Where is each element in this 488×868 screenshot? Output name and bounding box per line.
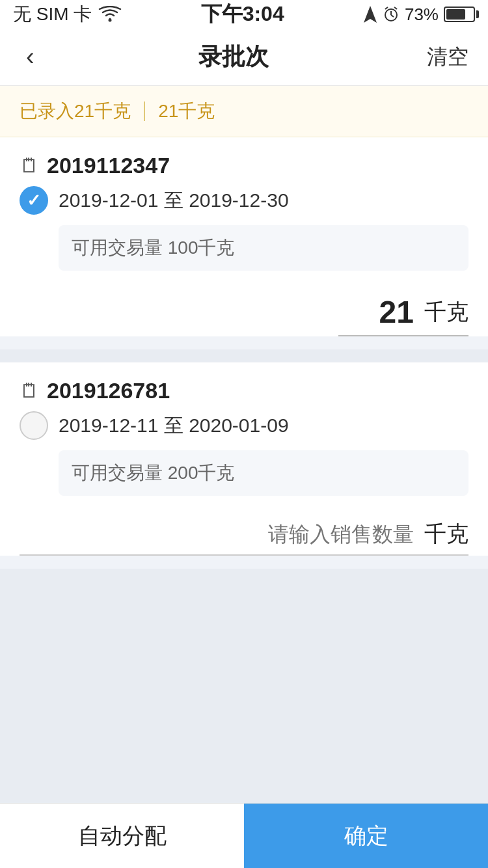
svg-line-5 — [394, 7, 397, 9]
batch-date-row-2: 2019-12-11 至 2020-01-09 — [20, 411, 468, 440]
page-title: 录批次 — [198, 41, 269, 73]
qty-unit-2: 千克 — [424, 519, 468, 549]
recorded-label: 已录入21千克 — [20, 99, 131, 124]
alarm-icon — [383, 6, 400, 23]
status-right: 73% — [363, 5, 475, 25]
wifi-icon — [98, 6, 122, 23]
location-icon — [363, 5, 377, 23]
batch-icon-2: 🗒 — [20, 380, 39, 402]
quantity-input-2[interactable] — [154, 522, 414, 547]
batch-item-1: 🗒 2019112347 2019-12-01 至 2019-12-30 可用交… — [0, 137, 488, 284]
status-time: 下午3:04 — [201, 0, 284, 29]
bottom-bar: 自动分配 确定 — [0, 803, 488, 868]
avail-box-2: 可用交易量 200千克 — [59, 450, 468, 496]
confirm-button[interactable]: 确定 — [244, 804, 488, 868]
amount-row-1: 21 千克 — [0, 284, 488, 330]
svg-line-4 — [385, 7, 388, 9]
battery-label: 73% — [405, 5, 439, 25]
batch-id-2: 2019126781 — [47, 378, 170, 403]
amount-unit-1: 千克 — [424, 297, 468, 327]
back-button[interactable]: ‹ — [20, 36, 41, 77]
batch-id-1: 2019112347 — [47, 153, 170, 178]
avail-box-1: 可用交易量 100千克 — [59, 225, 468, 271]
total-label: 21千克 — [158, 99, 215, 124]
section-divider — [0, 349, 488, 362]
carrier-label: 无 SIM 卡 — [13, 2, 92, 27]
batch-header-1: 🗒 2019112347 — [20, 153, 468, 178]
batch-radio-2[interactable] — [20, 411, 48, 440]
battery-icon — [444, 7, 475, 22]
input-row-2: 千克 — [0, 509, 488, 549]
info-divider — [144, 102, 145, 121]
svg-point-0 — [109, 19, 112, 22]
batch-icon-1: 🗒 — [20, 155, 39, 177]
gray-area — [0, 569, 488, 829]
status-bar: 无 SIM 卡 下午3:04 73% — [0, 0, 488, 29]
batch-card-1: 🗒 2019112347 2019-12-01 至 2019-12-30 可用交… — [0, 137, 488, 336]
batch-card-2: 🗒 2019126781 2019-12-11 至 2020-01-09 可用交… — [0, 362, 488, 556]
batch-date-1: 2019-12-01 至 2019-12-30 — [59, 187, 289, 214]
auto-distribute-button[interactable]: 自动分配 — [0, 804, 244, 868]
batch-radio-1[interactable] — [20, 186, 48, 215]
nav-bar: ‹ 录批次 清空 — [0, 29, 488, 86]
batch-header-2: 🗒 2019126781 — [20, 378, 468, 403]
batch-date-2: 2019-12-11 至 2020-01-09 — [59, 413, 289, 439]
status-left: 无 SIM 卡 — [13, 2, 122, 27]
batch-item-2: 🗒 2019126781 2019-12-11 至 2020-01-09 可用交… — [0, 362, 488, 509]
svg-line-3 — [391, 15, 394, 17]
info-banner: 已录入21千克 21千克 — [0, 86, 488, 137]
batch-date-row-1: 2019-12-01 至 2019-12-30 — [20, 186, 468, 215]
clear-button[interactable]: 清空 — [427, 43, 468, 72]
amount-value-1: 21 — [379, 294, 414, 330]
